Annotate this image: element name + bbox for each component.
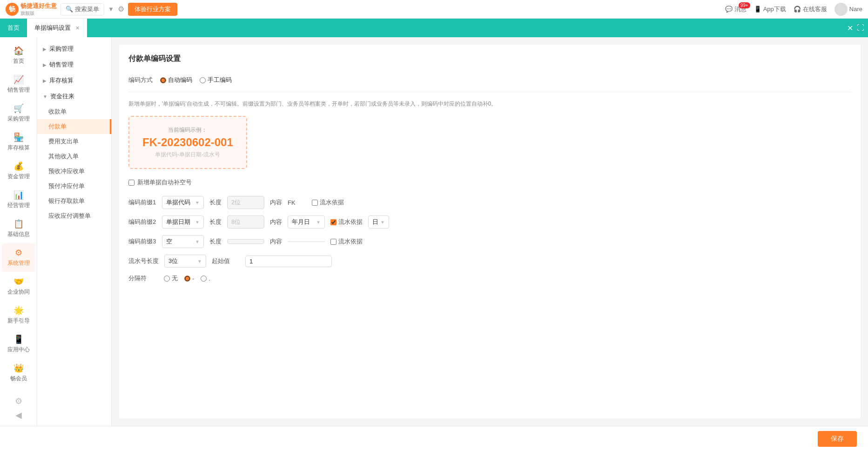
tab-close-icon[interactable]: ✕ xyxy=(75,25,80,31)
sidebar-item-operations-label: 经营管理 xyxy=(7,202,30,209)
user-avatar[interactable]: Nare xyxy=(834,3,862,16)
prefix2-day-select[interactable]: 日 ▼ xyxy=(368,215,389,229)
sidebar-item-stock-label: 库存核算 xyxy=(7,144,30,152)
prefix3-content-label: 内容 xyxy=(270,237,282,246)
sidebar-item-receipt[interactable]: 收款单 xyxy=(37,104,111,119)
auto-encode-radio-input[interactable] xyxy=(160,77,166,83)
encode-method-label: 编码方式 xyxy=(128,76,153,84)
prefix3-serial-checkbox-input[interactable] xyxy=(330,239,336,245)
prefix3-len-label: 长度 xyxy=(209,237,222,246)
sidebar-section-funds-label: 资金往来 xyxy=(50,92,74,101)
stock-icon: 🏪 xyxy=(13,132,24,142)
sidebar-item-enterprise[interactable]: 🤝 企业协同 xyxy=(2,272,35,301)
sidebar-item-operations[interactable]: 📊 经营管理 xyxy=(2,185,35,214)
content-inner: 付款单编码设置 编码方式 自动编码 手工编码 新增单据时，'单据编码'自动生成，… xyxy=(119,45,861,418)
sidebar-item-expense-label: 费用支出单 xyxy=(48,138,79,145)
preview-box: 当前编码示例： FK-20230602-001 单据代码-单据日期-流水号 xyxy=(128,116,247,169)
sep-none-radio[interactable]: 无 xyxy=(164,274,178,283)
messages-button[interactable]: 💬 消息 99+ xyxy=(725,5,747,13)
prefix2-row: 编码前缀2 单据日期 ▼ 长度 8位 内容 年月日 ▼ 流水依据 xyxy=(128,215,851,229)
prefix1-select[interactable]: 单据代码 ▼ xyxy=(162,196,204,209)
sep-none-radio-input[interactable] xyxy=(164,276,170,282)
prefix1-serial-checkbox-input[interactable] xyxy=(312,200,318,206)
sidebar-item-system[interactable]: ⚙ 系统管理 xyxy=(2,243,35,272)
service-icon: 🎧 xyxy=(794,6,801,13)
tab-minimize-button[interactable]: ✕ xyxy=(847,24,853,33)
tab-encode-setting[interactable]: 单据编码设置 ✕ xyxy=(27,19,87,37)
sidebar-item-home[interactable]: 🏠 首页 xyxy=(2,41,35,70)
start-val-input[interactable] xyxy=(245,256,332,267)
online-service-button[interactable]: 🎧 在线客服 xyxy=(794,5,827,13)
sidebar-item-expense[interactable]: 费用支出单 xyxy=(37,134,111,149)
manual-encode-radio[interactable]: 手工编码 xyxy=(200,76,232,84)
sidebar-item-bank-deposit-label: 银行存取款单 xyxy=(48,197,85,204)
prefix3-select[interactable]: 空 ▼ xyxy=(162,235,204,248)
search-menu[interactable]: 🔍 搜索菜单 xyxy=(61,3,104,15)
sidebar-left: 🏠 首页 📈 销售管理 🛒 采购管理 🏪 库存核算 💰 资金管理 📊 经营管理 … xyxy=(0,37,37,426)
encode-method-row: 编码方式 自动编码 手工编码 xyxy=(128,71,851,92)
sidebar-section-funds-title[interactable]: ▼ 资金往来 xyxy=(37,88,111,104)
trial-button[interactable]: 体验行业方案 xyxy=(128,3,177,16)
sidebar-item-other-income[interactable]: 其他收入单 xyxy=(37,149,111,164)
app-download-button[interactable]: 📱 App下载 xyxy=(754,5,786,13)
prefix3-serial-checkbox[interactable]: 流水依据 xyxy=(330,237,363,246)
gear-icon[interactable]: ⚙ xyxy=(118,5,124,13)
messages-badge: 99+ xyxy=(739,2,750,8)
sep-dash-radio-input[interactable] xyxy=(184,276,190,282)
prefix2-serial-checkbox[interactable]: 流水依据 xyxy=(330,218,363,226)
sidebar-item-finance[interactable]: 💰 资金管理 xyxy=(2,156,35,185)
prefix1-serial-label: 流水依据 xyxy=(320,198,344,207)
sidebar-item-payment[interactable]: 付款单 xyxy=(37,119,111,134)
tab-maximize-button[interactable]: ⛶ xyxy=(857,24,864,32)
footer-bar: 保存 xyxy=(0,426,868,451)
separator-row: 分隔符 无 - . xyxy=(128,274,851,283)
serial-length-select[interactable]: 3位 ▼ xyxy=(164,255,206,268)
prefix2-day-arrow: ▼ xyxy=(380,220,385,225)
sidebar-item-purchase[interactable]: 🛒 采购管理 xyxy=(2,99,35,128)
sidebar-item-pre-pay[interactable]: 预付冲应付单 xyxy=(37,179,111,194)
sidebar-item-bank-deposit[interactable]: 银行存取款单 xyxy=(37,194,111,209)
prefix2-select[interactable]: 单据日期 ▼ xyxy=(162,215,204,229)
prefix3-row: 编码前缀3 空 ▼ 长度 内容 流水依据 xyxy=(128,235,851,248)
sidebar-section-sales: ▶ 销售管理 xyxy=(37,57,111,73)
sidebar-section-sales-title[interactable]: ▶ 销售管理 xyxy=(37,57,111,73)
sep-dash-radio[interactable]: - xyxy=(184,275,194,282)
sep-dot-radio[interactable]: . xyxy=(201,275,210,282)
guide-icon: 🌟 xyxy=(13,305,24,316)
sidebar-section-stock-title[interactable]: ▶ 库存核算 xyxy=(37,73,111,88)
sidebar-section-sales-label: 销售管理 xyxy=(49,61,74,69)
sidebar-item-apps[interactable]: 📱 应用中心 xyxy=(2,330,35,358)
sidebar-item-receipt-label: 收款单 xyxy=(48,108,67,115)
save-button[interactable]: 保存 xyxy=(818,431,857,447)
tab-home[interactable]: 首页 xyxy=(0,19,27,37)
manual-encode-radio-input[interactable] xyxy=(200,77,206,83)
auto-fill-checkbox[interactable] xyxy=(128,180,135,186)
sidebar-section-purchase: ▶ 采购管理 xyxy=(37,41,111,57)
sidebar-item-member[interactable]: 👑 畅会员 xyxy=(2,358,35,387)
prefix2-content-label: 内容 xyxy=(270,218,282,226)
collapse-icon[interactable]: ◀ xyxy=(15,410,22,420)
system-icon: ⚙ xyxy=(15,248,22,258)
prefix1-serial-checkbox[interactable]: 流水依据 xyxy=(312,198,344,207)
prefix1-select-arrow: ▼ xyxy=(195,200,200,205)
auto-encode-radio[interactable]: 自动编码 xyxy=(160,76,192,84)
sidebar-item-sales[interactable]: 📈 销售管理 xyxy=(2,70,35,99)
sidebar-item-basic[interactable]: 📋 基础信息 xyxy=(2,214,35,243)
message-icon: 💬 xyxy=(725,6,733,13)
sidebar-item-guide[interactable]: 🌟 新手引导 xyxy=(2,301,35,330)
sidebar-item-stock[interactable]: 🏪 库存核算 xyxy=(2,128,35,156)
serial-length-arrow: ▼ xyxy=(197,259,202,264)
top-bar: 畅 畅捷通好生意 旗舰版 🔍 搜索菜单 ▼ ⚙ 体验行业方案 💬 消息 99+ … xyxy=(0,0,868,19)
prefix2-content-select[interactable]: 年月日 ▼ xyxy=(288,215,325,229)
sidebar-left-bottom: ⚙ ◀ xyxy=(15,396,22,426)
prefix2-serial-checkbox-input[interactable] xyxy=(330,219,336,225)
sidebar-item-ar-ap-adj[interactable]: 应收应付调整单 xyxy=(37,209,111,223)
sales-icon: 📈 xyxy=(13,74,24,85)
auto-encode-label: 自动编码 xyxy=(168,76,192,84)
prefix1-row: 编码前缀1 单据代码 ▼ 长度 2位 内容 FK 流水依据 xyxy=(128,196,851,209)
sep-dot-radio-input[interactable] xyxy=(201,276,207,282)
sidebar-section-purchase-title[interactable]: ▶ 采购管理 xyxy=(37,41,111,57)
settings-bottom-icon[interactable]: ⚙ xyxy=(15,396,22,406)
sidebar-item-pre-collect[interactable]: 预收冲应收单 xyxy=(37,164,111,179)
dropdown-icon[interactable]: ▼ xyxy=(108,6,114,13)
